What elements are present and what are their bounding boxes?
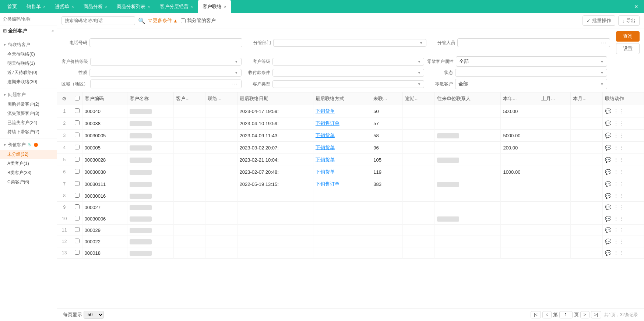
- prev-page-button[interactable]: <: [542, 311, 552, 318]
- sidebar-group-问题客户[interactable]: ▼ 问题客户: [0, 90, 57, 100]
- message-icon[interactable]: 💬: [605, 157, 611, 163]
- contact-way-link[interactable]: 下销售订单: [316, 181, 339, 187]
- more-actions-icon[interactable]: ⋮⋮: [613, 250, 624, 256]
- row-checkbox-cell[interactable]: [72, 130, 82, 142]
- message-icon[interactable]: 💬: [605, 239, 611, 244]
- row-checkbox-cell[interactable]: [72, 117, 82, 130]
- row-checkbox[interactable]: [75, 157, 80, 162]
- sidebar-group-待联络客户[interactable]: ▼ 待联络客户: [0, 40, 57, 50]
- price-grade-select[interactable]: ▼: [90, 58, 242, 66]
- status-select[interactable]: ▼: [455, 69, 607, 77]
- row-checkbox[interactable]: [75, 250, 80, 255]
- contact-way-link[interactable]: 下销货单: [316, 145, 335, 150]
- query-button[interactable]: 查询: [616, 31, 640, 42]
- page-number-input[interactable]: [559, 311, 573, 318]
- message-icon[interactable]: 💬: [605, 181, 611, 187]
- row-checkbox-cell[interactable]: [72, 166, 82, 178]
- sidebar-search-input[interactable]: [3, 17, 57, 22]
- sidebar-item-class-a[interactable]: A类客户(1): [0, 159, 57, 168]
- more-actions-icon[interactable]: ⋮⋮: [613, 239, 624, 244]
- nav-tab-销售单[interactable]: 销售单 ×: [22, 0, 50, 13]
- sidebar-item-7days-pending[interactable]: 近7天待联络(0): [0, 68, 57, 77]
- reset-button[interactable]: 设置: [616, 43, 640, 54]
- message-icon[interactable]: 💬: [605, 227, 611, 233]
- sidebar-item-abnormal-hoarding[interactable]: 囤购异常客户(2): [0, 100, 57, 109]
- more-actions-icon[interactable]: ⋮⋮: [613, 169, 624, 175]
- main-search-input[interactable]: [61, 16, 135, 25]
- select-all-checkbox[interactable]: [75, 96, 80, 100]
- close-tab-进货单-icon[interactable]: ×: [71, 4, 74, 9]
- row-checkbox[interactable]: [75, 227, 80, 232]
- first-page-button[interactable]: |<: [531, 311, 541, 318]
- contact-way-link[interactable]: 下销货单: [316, 108, 335, 114]
- contact-way-link[interactable]: 下销货单: [316, 169, 335, 174]
- row-checkbox-cell[interactable]: [72, 225, 82, 236]
- more-actions-icon[interactable]: ⋮⋮: [613, 204, 624, 210]
- nav-tab-客户分层经营[interactable]: 客户分层经营 ×: [155, 0, 197, 13]
- message-icon[interactable]: 💬: [605, 169, 611, 175]
- more-conditions-button[interactable]: ▽ 更多条件 ▲: [148, 17, 178, 24]
- window-close-button[interactable]: ×: [631, 3, 641, 11]
- my-customers-checkbox-label[interactable]: 我分管的客户: [181, 17, 216, 24]
- th-settings[interactable]: ⚙: [57, 92, 72, 105]
- nav-tab-进货单[interactable]: 进货单 ×: [50, 0, 78, 13]
- more-actions-icon[interactable]: ⋮⋮: [613, 227, 624, 233]
- row-checkbox[interactable]: [75, 145, 80, 149]
- last-page-button[interactable]: >|: [591, 311, 601, 318]
- scatter-attr-select[interactable]: 全部 ▼: [456, 56, 607, 67]
- export-button[interactable]: ↓ 导出: [618, 15, 640, 26]
- more-actions-icon[interactable]: ⋮⋮: [613, 157, 624, 163]
- sidebar-item-class-c[interactable]: C类客户(6): [0, 177, 57, 187]
- payment-terms-select[interactable]: ▼: [272, 69, 425, 77]
- row-checkbox[interactable]: [75, 120, 80, 125]
- row-checkbox-cell[interactable]: [72, 202, 82, 213]
- more-actions-icon[interactable]: ⋮⋮: [613, 216, 624, 222]
- message-icon[interactable]: 💬: [605, 204, 611, 210]
- th-select-all[interactable]: [72, 92, 82, 105]
- person-select[interactable]: ···: [457, 38, 610, 47]
- region-select[interactable]: ···: [90, 80, 242, 88]
- row-checkbox[interactable]: [75, 204, 80, 209]
- contact-way-link[interactable]: 下销售订单: [316, 120, 339, 126]
- sidebar-item-tomorrow-pending[interactable]: 明天待联络(1): [0, 59, 57, 68]
- close-tab-客户分层经营-icon[interactable]: ×: [191, 4, 193, 9]
- row-checkbox-cell[interactable]: [72, 247, 82, 259]
- sidebar-group-价值客户[interactable]: ▼ 价值客户 ↻ !: [0, 140, 57, 150]
- row-checkbox-cell[interactable]: [72, 213, 82, 225]
- message-icon[interactable]: 💬: [605, 216, 611, 222]
- nav-tab-商品分析列表[interactable]: 商品分析列表 ×: [112, 0, 154, 13]
- row-checkbox[interactable]: [75, 193, 80, 198]
- more-actions-icon[interactable]: ⋮⋮: [613, 108, 624, 114]
- scatter-customer-select[interactable]: 全部 ▼: [455, 79, 607, 89]
- more-actions-icon[interactable]: ⋮⋮: [613, 193, 624, 199]
- more-actions-icon[interactable]: ⋮⋮: [613, 120, 624, 126]
- row-checkbox-cell[interactable]: [72, 154, 82, 166]
- contact-way-link[interactable]: 下销货单: [316, 157, 335, 162]
- row-checkbox[interactable]: [75, 239, 80, 243]
- main-search-button[interactable]: 🔍: [138, 17, 145, 24]
- refresh-icon[interactable]: ↻: [28, 142, 32, 148]
- row-checkbox[interactable]: [75, 181, 80, 186]
- row-checkbox-cell[interactable]: [72, 142, 82, 154]
- nav-tab-商品分析[interactable]: 商品分析 ×: [79, 0, 112, 13]
- row-checkbox[interactable]: [75, 216, 80, 221]
- close-tab-销售单-icon[interactable]: ×: [43, 4, 45, 9]
- row-checkbox-cell[interactable]: [72, 190, 82, 202]
- nav-home[interactable]: 首页: [3, 0, 21, 13]
- dept-select[interactable]: ▼: [273, 39, 426, 47]
- collapse-sidebar-icon[interactable]: «: [52, 29, 54, 33]
- message-icon[interactable]: 💬: [605, 250, 611, 256]
- sidebar-item-overdue-not-contacted[interactable]: 逾期未联络(30): [0, 77, 57, 87]
- more-actions-icon[interactable]: ⋮⋮: [613, 145, 624, 151]
- row-checkbox-cell[interactable]: [72, 105, 82, 117]
- row-checkbox[interactable]: [75, 133, 80, 137]
- sidebar-item-declining[interactable]: 持续下滑客户(2): [0, 127, 57, 137]
- close-tab-客户联络-icon[interactable]: ×: [224, 4, 226, 9]
- row-checkbox-cell[interactable]: [72, 178, 82, 190]
- sidebar-item-churn-warning[interactable]: 流失预警客户(3): [0, 109, 57, 118]
- message-icon[interactable]: 💬: [605, 193, 611, 199]
- more-actions-icon[interactable]: ⋮⋮: [613, 133, 624, 138]
- my-customers-checkbox[interactable]: [181, 18, 186, 23]
- phone-input[interactable]: [89, 38, 242, 47]
- per-page-select[interactable]: 50 20 100: [84, 311, 104, 319]
